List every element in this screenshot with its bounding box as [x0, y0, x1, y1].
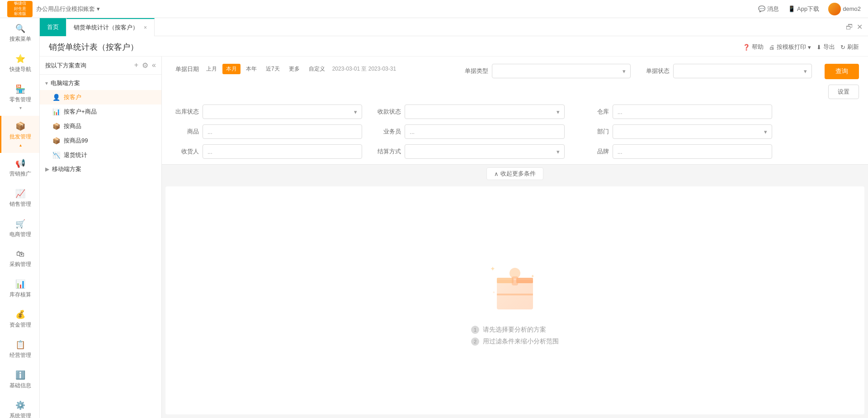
receipt-status-label: 收款状态 — [373, 108, 405, 116]
goods99-icon: 📦 — [52, 137, 60, 144]
app-title-dropdown[interactable]: 办公用品行业模拟账套 ▾ — [36, 5, 100, 13]
order-status-label: 单据状态 — [642, 67, 673, 75]
svg-text:✦: ✦ — [531, 274, 534, 279]
scheme-panel-header: 按以下方案查询 + ⚙ « — [40, 57, 161, 75]
sidebar-item-search[interactable]: 🔍 搜索菜单 — [0, 18, 39, 48]
empty-tip-1: 1 请先选择要分析的方案 — [471, 326, 559, 334]
date-btn-last-month[interactable]: 上月 — [203, 64, 221, 74]
tab-sales-stats[interactable]: 销货单统计计（按客户） × — [66, 18, 155, 36]
message-button[interactable]: 💬 消息 — [758, 5, 779, 13]
page-title: 销货单统计表（按客户） — [49, 42, 138, 52]
scheme-list: ▾ 电脑端方案 👤 按客户 📊 按客户+商品 — [40, 75, 161, 178]
tab-close-icon[interactable]: × — [144, 24, 147, 31]
sidebar-item-inventory[interactable]: 📊 库存核算 — [0, 274, 39, 304]
scheme-group-desktop: ▾ 电脑端方案 👤 按客户 📊 按客户+商品 — [40, 76, 161, 162]
svg-rect-5 — [512, 276, 518, 285]
help-icon: ❓ — [743, 44, 750, 51]
app-title: 办公用品行业模拟账套 — [36, 5, 95, 13]
scheme-panel-actions: + ⚙ « — [134, 61, 156, 70]
export-button[interactable]: ⬇ 导出 — [816, 43, 835, 51]
app-download-button[interactable]: 📱 App下载 — [788, 5, 819, 13]
settings-button[interactable]: 设置 — [828, 85, 859, 99]
tip-text-2: 用过滤条件来缩小分析范围 — [483, 337, 559, 346]
user-menu[interactable]: demo2 — [828, 3, 861, 15]
date-btn-7days[interactable]: 近7天 — [262, 64, 283, 74]
date-btn-more[interactable]: 更多 — [285, 64, 303, 74]
collapse-section: ∧ 收起更多条件 — [162, 165, 868, 183]
scheme-item-customer[interactable]: 👤 按客户 — [40, 90, 161, 104]
sidebar-label: 批发管理 — [9, 133, 31, 141]
scheme-group-desktop-header[interactable]: ▾ 电脑端方案 — [40, 76, 161, 90]
sidebar-label: 快捷导航 — [9, 66, 31, 73]
receipt-status-arrow: ▾ — [557, 109, 560, 115]
sidebar-item-finance[interactable]: 💰 资金管理 — [0, 304, 39, 334]
settlement-select[interactable]: ▾ — [405, 144, 564, 159]
scheme-group-mobile-header[interactable]: ▶ 移动端方案 — [40, 162, 161, 176]
sidebar-item-system[interactable]: ⚙️ 系统管理 — [0, 395, 39, 418]
help-button[interactable]: ❓ 帮助 — [743, 43, 764, 51]
out-status-select[interactable]: ▾ — [203, 104, 362, 119]
purchase-icon: 🛍 — [16, 249, 24, 259]
consignee-select[interactable]: ... — [203, 144, 362, 159]
sidebar-item-ecommerce[interactable]: 🛒 电商管理 — [0, 214, 39, 244]
scheme-item-goods[interactable]: 📦 按商品 — [40, 119, 161, 133]
group-toggle-icon: ▾ — [45, 80, 48, 86]
sidebar-item-nav[interactable]: ⭐ 快捷导航 — [0, 48, 39, 79]
warehouse-select[interactable]: ... — [613, 104, 772, 119]
sidebar-item-basic-info[interactable]: ℹ️ 基础信息 — [0, 365, 39, 395]
group-toggle-icon: ▶ — [45, 166, 49, 172]
date-btn-this-year[interactable]: 本年 — [242, 64, 260, 74]
sales-icon: 📈 — [15, 189, 25, 199]
salesperson-placeholder: ... — [410, 128, 415, 135]
brand-select[interactable]: ... — [613, 144, 772, 159]
department-arrow: ▾ — [764, 128, 767, 135]
order-type-select[interactable]: ▾ — [492, 64, 631, 78]
sidebar-label: 经营管理 — [9, 352, 31, 359]
collapse-up-icon: ∧ — [494, 171, 499, 177]
empty-tips: 1 请先选择要分析的方案 2 用过滤条件来缩小分析范围 — [471, 326, 559, 346]
print-button[interactable]: 🖨 按模板打印 ▾ — [769, 43, 811, 51]
refresh-button[interactable]: ↻ 刷新 — [840, 43, 859, 51]
scheme-item-customer-goods[interactable]: 📊 按客户+商品 — [40, 104, 161, 119]
date-btn-custom[interactable]: 自定义 — [305, 64, 329, 74]
active-tab-label: 销货单统计计（按客户） — [74, 24, 138, 32]
message-icon: 💬 — [758, 5, 765, 12]
order-type-label: 单据类型 — [460, 67, 492, 75]
scheme-add-button[interactable]: + — [134, 61, 138, 70]
marketing-icon: 📢 — [15, 158, 25, 168]
scheme-panel-title: 按以下方案查询 — [45, 62, 131, 70]
collapse-label: 收起更多条件 — [500, 170, 536, 178]
scheme-item-returns[interactable]: 📉 退货统计 — [40, 148, 161, 162]
empty-tip-2: 2 用过滤条件来缩小分析范围 — [471, 337, 559, 346]
sidebar-item-marketing[interactable]: 📢 营销推广 — [0, 153, 39, 183]
svg-text:✦: ✦ — [492, 290, 495, 294]
order-status-select[interactable]: ▾ — [673, 64, 812, 78]
sidebar-item-operations[interactable]: 📋 经营管理 — [0, 334, 39, 365]
sidebar-label: 系统管理 — [9, 412, 31, 418]
date-btn-this-month[interactable]: 本月 — [222, 64, 241, 74]
scheme-collapse-icon[interactable]: « — [152, 61, 156, 70]
sidebar-item-retail[interactable]: 🏪 零售管理 ▾ — [0, 79, 39, 116]
salesperson-select[interactable]: ... — [405, 124, 564, 139]
finance-icon: 💰 — [15, 309, 25, 319]
tab-home[interactable]: 首页 — [40, 18, 66, 36]
sidebar-item-sales[interactable]: 📈 销售管理 — [0, 183, 39, 214]
receipt-status-select[interactable]: ▾ — [405, 104, 564, 119]
refresh-icon: ↻ — [840, 44, 845, 51]
sidebar-item-wholesale[interactable]: 📦 批发管理 ▴ — [0, 116, 39, 153]
window-restore-icon[interactable]: 🗗 — [846, 23, 853, 31]
info-icon: ℹ️ — [15, 370, 25, 380]
chevron-up-icon: ▴ — [19, 142, 22, 147]
home-tab-label: 首页 — [47, 23, 59, 31]
scheme-settings-icon[interactable]: ⚙ — [142, 61, 148, 70]
window-close-icon[interactable]: ✕ — [857, 23, 863, 31]
goods-select[interactable]: ... — [203, 124, 362, 139]
sidebar-item-purchase[interactable]: 🛍 采购管理 — [0, 244, 39, 274]
scheme-item-label: 按客户+商品 — [64, 108, 97, 116]
query-button[interactable]: 查询 — [825, 64, 859, 79]
print-dropdown-icon: ▾ — [808, 44, 811, 51]
department-select[interactable]: ▾ — [613, 124, 772, 139]
sidebar-label: 电商管理 — [9, 231, 31, 238]
collapse-button[interactable]: ∧ 收起更多条件 — [486, 167, 543, 180]
scheme-item-goods99[interactable]: 📦 按商品99 — [40, 133, 161, 148]
